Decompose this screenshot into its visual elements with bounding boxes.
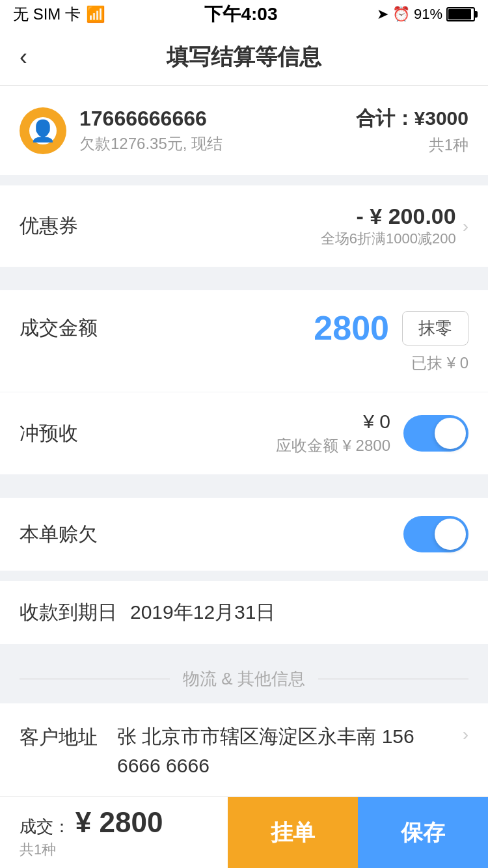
address-row: 客户地址 张 北京市市辖区海淀区永丰南 156 6666 6666 › <box>20 722 468 780</box>
coupon-right: - ¥ 200.00 全场6折满1000减200 › <box>321 204 468 249</box>
round-button[interactable]: 抹零 <box>402 311 468 346</box>
chevron-right-icon: › <box>463 216 468 237</box>
nav-bar: ‹ 填写结算等信息 <box>0 29 488 86</box>
deal-right: 2800 抹零 <box>314 308 468 347</box>
bottom-deal-count: 共1种 <box>20 840 208 860</box>
status-right: ➤ ⏰ 91% <box>377 6 475 23</box>
customer-phone: 17666666666 <box>79 107 223 131</box>
coupon-row[interactable]: 优惠券 - ¥ 200.00 全场6折满1000减200 › <box>0 185 488 267</box>
credit-toggle-circle <box>435 519 466 550</box>
address-label: 客户地址 <box>20 722 98 751</box>
coupon-info: - ¥ 200.00 全场6折满1000减200 <box>321 204 456 249</box>
duedate-label: 收款到期日 <box>20 599 117 626</box>
hang-button[interactable]: 挂单 <box>228 797 358 869</box>
avatar: 👤 <box>20 107 66 154</box>
sim-status: 无 SIM 卡 <box>13 4 81 25</box>
save-button[interactable]: 保存 <box>358 797 488 869</box>
battery-text: 91% <box>414 6 442 23</box>
deal-sub: 已抹 ¥ 0 <box>20 353 468 373</box>
duedate-section: 收款到期日 2019年12月31日 <box>0 581 488 644</box>
total-amount: 合计：¥3000 <box>356 105 468 132</box>
coupon-desc: 全场6折满1000减200 <box>321 229 456 249</box>
prepay-sub: 应收金额 ¥ 2800 <box>276 435 390 456</box>
section-separator-1 <box>0 277 488 290</box>
divider-line-left <box>20 679 170 679</box>
deal-amount-section: 成交金额 2800 抹零 已抹 ¥ 0 <box>0 290 488 392</box>
bottom-deal-label: 成交： <box>20 817 70 836</box>
customer-info: 17666666666 欠款1276.35元, 现结 <box>79 107 223 154</box>
credit-section: 本单赊欠 <box>0 498 488 571</box>
total-count: 共1种 <box>356 135 468 156</box>
location-icon: ➤ <box>377 6 388 23</box>
credit-row: 本单赊欠 <box>20 516 468 552</box>
back-button[interactable]: ‹ <box>20 44 27 71</box>
address-section[interactable]: 客户地址 张 北京市市辖区海淀区永丰南 156 6666 6666 › <box>0 703 488 798</box>
person-icon: 👤 <box>30 118 56 143</box>
prepay-right: ¥ 0 应收金额 ¥ 2800 <box>276 411 468 456</box>
deal-row: 成交金额 2800 抹零 <box>20 308 468 347</box>
page-title: 填写结算等信息 <box>167 42 321 72</box>
divider-line-right <box>318 679 468 679</box>
bottom-info: 成交： ¥ 2800 共1种 <box>0 806 228 860</box>
coupon-amount: - ¥ 200.00 <box>321 204 456 229</box>
status-time: 下午4:03 <box>204 2 277 27</box>
battery-icon <box>446 7 475 21</box>
coupon-label: 优惠券 <box>20 213 78 239</box>
prepay-section: 冲预收 ¥ 0 应收金额 ¥ 2800 <box>0 392 488 474</box>
section-separator-2 <box>0 485 488 498</box>
prepay-amount: ¥ 0 <box>276 411 390 433</box>
deal-amount: 2800 <box>314 308 389 347</box>
customer-card: 👤 17666666666 欠款1276.35元, 现结 合计：¥3000 共1… <box>0 86 488 175</box>
logistics-divider: 物流 & 其他信息 <box>0 655 488 703</box>
prepay-row: 冲预收 ¥ 0 应收金额 ¥ 2800 <box>20 411 468 456</box>
customer-right: 合计：¥3000 共1种 <box>356 105 468 156</box>
address-value: 张 北京市市辖区海淀区永丰南 156 6666 6666 <box>117 722 463 780</box>
wifi-icon: 📶 <box>86 5 105 23</box>
prepay-label: 冲预收 <box>20 420 78 447</box>
status-bar: 无 SIM 卡 📶 下午4:03 ➤ ⏰ 91% <box>0 0 488 29</box>
credit-label: 本单赊欠 <box>20 521 98 548</box>
deal-label: 成交金额 <box>20 315 98 342</box>
address-chevron-icon: › <box>463 724 468 745</box>
content: 👤 17666666666 欠款1276.35元, 现结 合计：¥3000 共1… <box>0 86 488 868</box>
prepay-toggle[interactable] <box>403 415 468 452</box>
duedate-row: 收款到期日 2019年12月31日 <box>20 599 468 626</box>
status-left: 无 SIM 卡 📶 <box>13 4 105 25</box>
toggle-circle <box>435 418 466 449</box>
prepay-amount-block: ¥ 0 应收金额 ¥ 2800 <box>276 411 390 456</box>
bottom-deal-row: 成交： ¥ 2800 <box>20 806 208 839</box>
avatar-icon: 👤 <box>29 117 57 144</box>
customer-sub: 欠款1276.35元, 现结 <box>79 133 223 154</box>
credit-toggle[interactable] <box>403 516 468 552</box>
duedate-value: 2019年12月31日 <box>130 599 275 626</box>
bottom-bar: 成交： ¥ 2800 共1种 挂单 保存 <box>0 796 488 868</box>
bottom-deal-amount: ¥ 2800 <box>75 806 163 838</box>
logistics-label: 物流 & 其他信息 <box>183 668 305 690</box>
customer-left: 👤 17666666666 欠款1276.35元, 现结 <box>20 107 223 154</box>
alarm-icon: ⏰ <box>392 6 410 23</box>
